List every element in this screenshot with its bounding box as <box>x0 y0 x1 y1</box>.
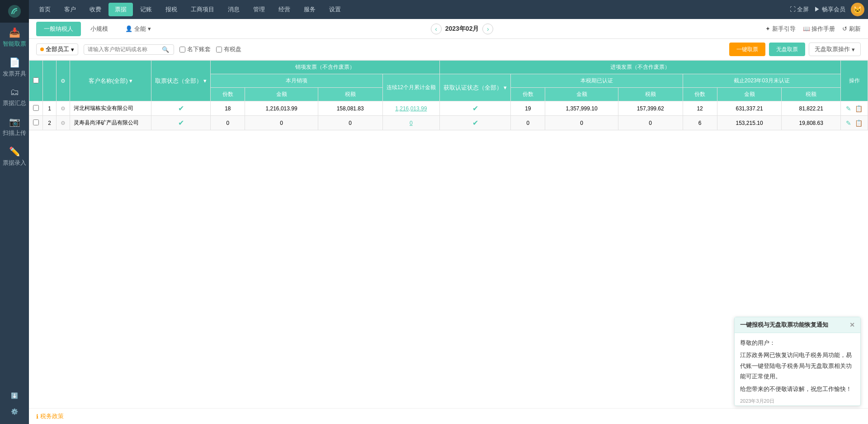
table-row: 2 ⚙ 灵寿县尚泽矿产品有限公司 ✔ 0 0 0 0 ✔ 0 0 0 6 153… <box>29 116 868 130</box>
row-settings[interactable]: ⚙ <box>57 116 70 130</box>
th-checkbox <box>29 61 43 101</box>
info-icon: ℹ <box>36 413 38 420</box>
notification-close-button[interactable]: ✕ <box>849 321 855 329</box>
th-purchase-group: 进项发票（不含作废票） <box>439 61 840 74</box>
sidebar-item-settings[interactable]: ⚙️ <box>0 404 29 419</box>
sidebar-item-download[interactable]: ⬇️ <box>0 388 29 404</box>
dropdown-arrow-icon: ▾ <box>852 46 855 53</box>
new-guide-link[interactable]: ✦ 新手引导 <box>765 25 796 33</box>
tax-policy-link[interactable]: ℹ 税务政策 <box>36 412 64 420</box>
has-tax-disk-checkbox[interactable] <box>216 47 222 52</box>
th-uncert-amount: 金额 <box>717 88 782 101</box>
search-box: 🔍 <box>84 44 174 55</box>
sidebar-item-smart-fetch[interactable]: 📥 智能取票 <box>0 23 29 52</box>
filter-icon[interactable]: ▾ <box>129 77 132 84</box>
th-settings: ⚙ <box>57 61 70 101</box>
sidebar-item-invoice-summary[interactable]: 🗂 票据汇总 <box>0 82 29 112</box>
nav-management[interactable]: 管理 <box>247 3 271 16</box>
row-cert-status: ✔ <box>439 116 510 130</box>
user-avatar[interactable]: 🐱 <box>851 3 864 16</box>
sidebar-item-scan-upload[interactable]: 📷 扫描上传 <box>0 112 29 142</box>
sidebar-bottom: ⬇️ ⚙️ <box>0 388 29 424</box>
has-tax-disk-filter[interactable]: 有税盘 <box>216 45 241 53</box>
row-index: 2 <box>43 116 57 130</box>
row-uncert-pieces: 12 <box>683 101 717 116</box>
nav-customer[interactable]: 客户 <box>58 3 82 16</box>
nav-service[interactable]: 服务 <box>297 3 322 16</box>
data-entry-icon: ✏️ <box>9 146 20 157</box>
invoice-summary-icon: 🗂 <box>10 87 19 97</box>
nav-home[interactable]: 首页 <box>33 3 57 16</box>
bottom-bar: ℹ 税务政策 <box>29 408 868 424</box>
manual-link[interactable]: 📖 操作手册 <box>803 25 835 33</box>
nav-billing[interactable]: 收费 <box>83 3 108 16</box>
current-month: 2023年02月 <box>445 25 479 33</box>
sidebar-item-invoice-open[interactable]: 📄 发票开具 <box>0 52 29 82</box>
nav-tax[interactable]: 报税 <box>159 3 184 16</box>
nav-settings[interactable]: 设置 <box>323 3 347 16</box>
notification-body: 尊敬的用户： 江苏政务网已恢复访问电子税务局功能，易代账一键登陆电子税务局与无盘… <box>735 333 860 405</box>
th-operation: 操作 <box>841 61 868 101</box>
sub-account-checkbox[interactable] <box>179 47 185 52</box>
tab-small[interactable]: 小规模 <box>83 22 116 36</box>
nav-industrial[interactable]: 工商项目 <box>184 3 221 16</box>
sidebar-item-data-entry[interactable]: ✏️ 票据录入 <box>0 142 29 172</box>
fullscreen-button[interactable]: ⛶ 全屏 <box>790 5 809 14</box>
fetch-filter-icon[interactable]: ▾ <box>203 77 207 84</box>
row-customer: 灵寿县尚泽矿产品有限公司 <box>70 116 151 130</box>
row-sales-amount: 1,216,013.99 <box>245 101 318 116</box>
row-customer: 河北柯瑞栋实业有限公司 <box>70 101 151 116</box>
no-disk-fetch-button[interactable]: 无盘取票 <box>769 43 805 56</box>
notification-line-2: 给您带来的不便敬请谅解，祝您工作愉快！ <box>740 384 855 394</box>
th-purchase-pieces: 份数 <box>511 88 545 101</box>
notification-scroll[interactable]: 尊敬的用户： 江苏政务网已恢复访问电子税务局功能，易代账一键登陆电子税务局与无盘… <box>735 333 860 405</box>
row-sales-cumulative[interactable]: 1,216,013.99 <box>382 101 439 116</box>
select-all-checkbox[interactable] <box>33 77 39 83</box>
filter-bar: 全部员工 ▾ 🔍 名下账套 有税盘 一键取票 无盘取票 无盘取票操作 ▾ <box>29 39 868 60</box>
edit-icon[interactable]: ✎ <box>846 119 851 127</box>
view-icon[interactable]: 📋 <box>855 119 863 127</box>
nav-bookkeeping[interactable]: 记账 <box>134 3 158 16</box>
notification-header: 一键报税与无盘取票功能恢复通知 ✕ <box>735 317 860 333</box>
row-purchase-pieces: 19 <box>511 101 545 116</box>
nav-invoice[interactable]: 票据 <box>108 3 133 16</box>
chevron-icon: ▾ <box>71 46 74 53</box>
refresh-link[interactable]: ↺ 刷新 <box>842 25 861 33</box>
th-sales-cumulative: 连续12个月累计金额 <box>382 74 439 101</box>
row-purchase-amount: 1,357,999.10 <box>545 101 618 116</box>
prev-month-button[interactable]: ‹ <box>431 24 442 34</box>
tab-all[interactable]: 👤 全能 ▾ <box>118 22 159 36</box>
edit-icon[interactable]: ✎ <box>846 105 851 112</box>
scan-upload-icon: 📷 <box>9 116 20 127</box>
row-actions: ✎ 📋 <box>841 116 868 130</box>
search-input[interactable] <box>88 46 160 52</box>
employee-dot <box>40 48 44 51</box>
settings-icon: ⚙️ <box>11 408 18 415</box>
table-row: 1 ⚙ 河北柯瑞栋实业有限公司 ✔ 18 1,216,013.99 158,08… <box>29 101 868 116</box>
one-click-fetch-button[interactable]: 一键取票 <box>729 43 765 56</box>
row-cert-status: ✔ <box>439 101 510 116</box>
next-month-button[interactable]: › <box>482 24 493 34</box>
row-purchase-tax: 0 <box>618 116 683 130</box>
nav-message[interactable]: 消息 <box>222 3 246 16</box>
cert-filter-icon[interactable]: ▾ <box>504 84 507 91</box>
row-actions: ✎ 📋 <box>841 101 868 116</box>
row-checkbox[interactable] <box>29 101 43 116</box>
row-sales-cumulative[interactable]: 0 <box>382 116 439 130</box>
view-icon[interactable]: 📋 <box>855 105 863 112</box>
sub-account-filter[interactable]: 名下账套 <box>179 45 211 53</box>
sidebar-logo <box>0 0 29 23</box>
th-sales-amount: 金额 <box>245 88 318 101</box>
nav-operation[interactable]: 经营 <box>272 3 297 16</box>
row-settings[interactable]: ⚙ <box>57 101 70 116</box>
search-icon[interactable]: 🔍 <box>162 46 169 53</box>
notification-line-1: 江苏政务网已恢复访问电子税务局功能，易代账一键登陆电子税务局与无盘取票相关功能可… <box>740 350 855 381</box>
employee-select[interactable]: 全部员工 ▾ <box>36 43 78 55</box>
row-checkbox[interactable] <box>29 116 43 130</box>
download-icon: ⬇️ <box>11 392 18 399</box>
vip-button[interactable]: ▶ 畅享会员 <box>814 5 845 14</box>
tab-general[interactable]: 一般纳税人 <box>36 22 81 36</box>
notification-popup: 一键报税与无盘取票功能恢复通知 ✕ 尊敬的用户： 江苏政务网已恢复访问电子税务局… <box>734 317 861 406</box>
th-sales-month-group: 本月销项 <box>211 74 382 88</box>
no-disk-ops-button[interactable]: 无盘取票操作 ▾ <box>809 43 861 56</box>
